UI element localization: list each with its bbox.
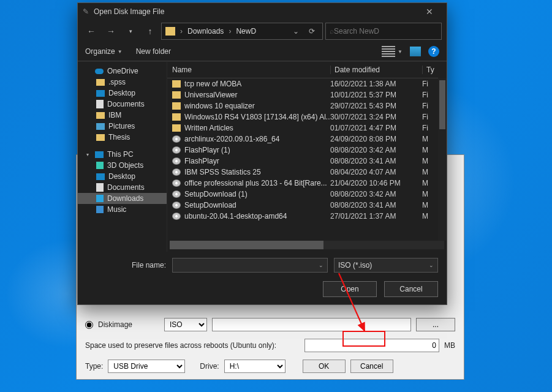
filetype-filter[interactable]: ISO (*.iso) ⌄ <box>334 258 438 273</box>
refresh-button[interactable]: ⟳ <box>305 27 319 36</box>
file-name: archlinux-2020.09.01-x86_64 <box>184 135 279 143</box>
file-name: Windows10 RS4 V1803 [17134.48] (x64) Al.… <box>184 113 330 121</box>
drive-select[interactable]: H:\ <box>224 360 285 373</box>
type-select[interactable]: USB Drive <box>108 360 185 373</box>
breadcrumb-dropdown-button[interactable]: ⌄ <box>290 27 301 36</box>
file-name: ubuntu-20.04.1-desktop-amd64 <box>184 212 287 221</box>
recent-button[interactable]: ▾ <box>122 23 139 40</box>
file-name: FlashPlayr (1) <box>184 146 230 154</box>
file-list: tcp new of MOBA16/02/2021 1:38 AMFiUnive… <box>167 78 447 239</box>
tree-onedrive[interactable]: OneDrive <box>78 66 167 77</box>
type-label: Type: <box>85 362 103 371</box>
tree-desktop[interactable]: Desktop <box>78 88 167 99</box>
desktop-icon <box>96 173 105 180</box>
tree-this-pc[interactable]: ▾ This PC <box>78 149 167 160</box>
breadcrumb-downloads[interactable]: Downloads <box>187 27 224 36</box>
search-box[interactable]: ⌕ <box>325 23 442 40</box>
help-button[interactable]: ? <box>428 46 439 57</box>
space-input[interactable] <box>304 339 439 352</box>
tree-label: OneDrive <box>107 67 138 75</box>
hscroll-thumb[interactable] <box>170 241 323 249</box>
mb-label: MB <box>444 341 455 350</box>
file-row[interactable]: windows 10 equalizer29/07/2021 5:43 PMFi <box>167 100 447 111</box>
tree-documents2[interactable]: Documents <box>78 182 167 193</box>
file-row[interactable]: SetupDownload (1)08/08/2020 3:42 AMM <box>167 189 447 200</box>
file-date: 27/01/2021 1:37 AM <box>330 212 422 221</box>
file-date: 29/07/2021 5:43 PM <box>330 102 422 110</box>
music-icon <box>96 206 104 213</box>
file-row[interactable]: UniversalViewer10/01/2021 5:37 PMFi <box>167 89 447 100</box>
folder-icon <box>96 79 105 86</box>
vscroll-thumb[interactable] <box>439 80 445 129</box>
organize-button[interactable]: Organize ▼ <box>85 47 123 56</box>
file-name: windows 10 equalizer <box>184 102 255 110</box>
new-folder-button[interactable]: New folder <box>136 47 171 56</box>
cancel-button[interactable]: Cancel <box>384 281 438 297</box>
disc-icon <box>172 146 181 154</box>
tree-label: .spss <box>108 78 126 86</box>
file-row[interactable]: ubuntu-20.04.1-desktop-amd6427/01/2021 1… <box>167 211 447 222</box>
breadcrumb-newd[interactable]: NewD <box>236 27 256 36</box>
col-name[interactable]: Name <box>172 66 330 74</box>
file-row[interactable]: IBM SPSS Statistics 2508/04/2020 4:07 AM… <box>167 167 447 178</box>
folder-icon <box>172 113 181 121</box>
tree-thesis[interactable]: Thesis <box>78 132 167 143</box>
file-row[interactable]: FlashPlayr (1)08/08/2020 3:42 AMM <box>167 145 447 156</box>
vertical-scrollbar[interactable] <box>438 78 447 241</box>
breadcrumb-bar[interactable]: › Downloads › NewD ⌄ ⟳ <box>161 23 323 40</box>
tree-documents[interactable]: Documents <box>78 99 167 110</box>
tree-pictures[interactable]: Pictures <box>78 121 167 132</box>
view-button[interactable]: ▼ <box>382 46 403 57</box>
open-button[interactable]: Open <box>323 281 377 297</box>
tree-3d-objects[interactable]: 3D Objects <box>78 160 167 171</box>
file-row[interactable]: FlashPlayr08/08/2020 3:41 AMM <box>167 156 447 167</box>
forward-button[interactable]: → <box>102 23 119 40</box>
preview-pane-button[interactable] <box>410 47 421 56</box>
back-button[interactable]: ← <box>83 23 100 40</box>
bottom-bar: File name: ⌄ ISO (*.iso) ⌄ Open Cancel <box>78 252 447 304</box>
file-row[interactable]: Windows10 RS4 V1803 [17134.48] (x64) Al.… <box>167 111 447 123</box>
browse-button[interactable]: ... <box>416 318 455 331</box>
view-icon <box>382 46 395 57</box>
file-row[interactable]: Written Articles01/07/2021 4:47 PMFi <box>167 123 447 134</box>
column-headers[interactable]: Name Date modified Ty <box>167 62 447 78</box>
diskimage-path-input[interactable] <box>212 318 411 331</box>
chevron-right-icon: › <box>179 27 184 36</box>
close-button[interactable]: ✕ <box>417 7 442 17</box>
cube-icon <box>96 162 104 169</box>
disc-icon <box>172 202 181 209</box>
tree-label: Music <box>107 205 126 214</box>
chevron-down-icon: ⌄ <box>319 262 323 268</box>
file-date: 08/08/2020 3:42 AM <box>330 146 422 154</box>
cancel-button[interactable]: Cancel <box>350 360 393 373</box>
file-row[interactable]: archlinux-2020.09.01-x86_6424/09/2020 8:… <box>167 134 447 145</box>
tree-music[interactable]: Music <box>78 204 167 215</box>
tree-desktop2[interactable]: Desktop <box>78 171 167 182</box>
pc-icon <box>95 151 104 158</box>
search-input[interactable] <box>334 27 437 36</box>
file-name: FlashPlayr <box>184 157 219 165</box>
ok-button[interactable]: OK <box>303 360 346 373</box>
file-row[interactable]: office professional plus 2013 - 64 Bit[R… <box>167 178 447 189</box>
tree-ibm[interactable]: IBM <box>78 110 167 121</box>
tree-downloads[interactable]: Downloads <box>78 193 167 204</box>
tree-spss[interactable]: .spss <box>78 77 167 88</box>
diskimage-format-select[interactable]: ISO <box>164 318 207 331</box>
organize-label: Organize <box>85 47 115 56</box>
horizontal-scrollbar[interactable] <box>170 241 444 249</box>
filename-combo[interactable]: ⌄ <box>172 258 328 273</box>
tree-label: 3D Objects <box>107 161 143 170</box>
space-label: Space used to preserve files across rebo… <box>85 341 300 350</box>
diskimage-radio[interactable] <box>85 321 93 329</box>
up-button[interactable]: ↑ <box>142 23 159 40</box>
col-date[interactable]: Date modified <box>330 66 422 74</box>
file-name: UniversalViewer <box>184 91 237 99</box>
file-date: 01/07/2021 4:47 PM <box>330 124 422 132</box>
file-row[interactable]: SetupDownload08/08/2020 3:41 AMM <box>167 200 447 211</box>
diskimage-label: Diskimage <box>98 320 132 329</box>
filter-label: ISO (*.iso) <box>338 261 372 270</box>
disc-icon <box>172 135 181 143</box>
file-row[interactable]: tcp new of MOBA16/02/2021 1:38 AMFi <box>167 78 447 89</box>
chevron-down-icon: ⌄ <box>429 262 434 268</box>
col-type[interactable]: Ty <box>422 66 443 74</box>
